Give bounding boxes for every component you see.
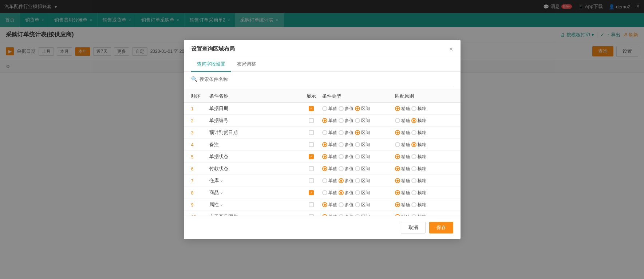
type-radio-区间[interactable]: 区间 <box>355 142 370 148</box>
show-checkbox[interactable] <box>309 130 314 135</box>
radio-label: 区间 <box>361 166 370 172</box>
type-radio-区间[interactable]: 区间 <box>355 202 370 208</box>
show-checkbox[interactable] <box>309 190 314 195</box>
type-radio-单值[interactable]: 单值 <box>322 142 337 148</box>
type-radio-单值[interactable]: 单值 <box>322 178 337 184</box>
modal-footer: 取消 保存 <box>184 216 461 239</box>
modal-header: 设置查询区域布局 × <box>184 40 461 57</box>
type-radio-区间[interactable]: 区间 <box>355 178 370 184</box>
match-radio-精确[interactable]: 精确 <box>395 106 410 112</box>
type-radio-单值[interactable]: 单值 <box>322 118 337 124</box>
show-checkbox[interactable] <box>309 154 314 159</box>
radio-label: 单值 <box>328 178 337 184</box>
radio-circle <box>355 202 360 207</box>
cell-name: 单据日期 <box>209 105 300 112</box>
match-radio-精确[interactable]: 精确 <box>395 154 410 160</box>
cell-type: 单值多值区间 <box>322 190 395 196</box>
cell-match: 精确模糊 <box>395 178 453 184</box>
match-radio-精确[interactable]: 精确 <box>395 166 410 172</box>
cancel-btn[interactable]: 取消 <box>401 222 426 233</box>
type-radio-区间[interactable]: 区间 <box>355 130 370 136</box>
type-radio-区间[interactable]: 区间 <box>355 118 370 124</box>
save-btn[interactable]: 保存 <box>429 222 453 233</box>
type-radio-单值[interactable]: 单值 <box>322 130 337 136</box>
match-radio-精确[interactable]: 精确 <box>395 190 410 196</box>
show-checkbox[interactable] <box>309 142 314 147</box>
radio-circle <box>411 178 416 183</box>
show-checkbox[interactable] <box>309 118 314 123</box>
cell-show-checkbox[interactable] <box>300 154 322 159</box>
modal-title: 设置查询区域布局 <box>191 46 235 52</box>
match-radio-精确[interactable]: 精确 <box>395 142 410 148</box>
type-radio-区间[interactable]: 区间 <box>355 190 370 196</box>
radio-circle <box>411 154 416 159</box>
chevron-down-icon[interactable]: ∨ <box>220 179 223 183</box>
match-radio-模糊[interactable]: 模糊 <box>411 202 426 208</box>
show-checkbox[interactable] <box>309 202 314 207</box>
cell-show-checkbox[interactable] <box>300 190 322 195</box>
table-row: 7仓库 ∨单值多值区间精确模糊 <box>184 175 461 187</box>
type-radio-区间[interactable]: 区间 <box>355 154 370 160</box>
match-radio-模糊[interactable]: 模糊 <box>411 142 426 148</box>
chevron-down-icon[interactable]: ∨ <box>220 203 223 207</box>
radio-label: 精确 <box>401 178 410 184</box>
match-radio-精确[interactable]: 精确 <box>395 178 410 184</box>
modal-close-btn[interactable]: × <box>449 46 453 52</box>
tab-query-fields[interactable]: 查询字段设置 <box>191 57 231 72</box>
radio-circle <box>395 154 400 159</box>
radio-circle <box>411 142 416 147</box>
cell-show-checkbox[interactable] <box>300 130 322 135</box>
type-radio-多值[interactable]: 多值 <box>339 142 353 148</box>
cell-show-checkbox[interactable] <box>300 178 322 183</box>
type-radio-区间[interactable]: 区间 <box>355 166 370 172</box>
match-radio-模糊[interactable]: 模糊 <box>411 190 426 196</box>
cell-show-checkbox[interactable] <box>300 166 322 171</box>
type-radio-多值[interactable]: 多值 <box>339 154 353 160</box>
cell-show-checkbox[interactable] <box>300 106 322 111</box>
cell-show-checkbox[interactable] <box>300 118 322 123</box>
match-radio-模糊[interactable]: 模糊 <box>411 118 426 124</box>
type-radio-多值[interactable]: 多值 <box>339 118 353 124</box>
tab-layout-adjust[interactable]: 布局调整 <box>231 57 262 72</box>
modal-overlay[interactable]: 设置查询区域布局 × 查询字段设置 布局调整 🔍 顺序 条件名称 显示 条件类型… <box>0 0 644 279</box>
radio-label: 模糊 <box>418 166 426 172</box>
type-radio-多值[interactable]: 多值 <box>339 202 353 208</box>
match-radio-模糊[interactable]: 模糊 <box>411 178 426 184</box>
match-radio-模糊[interactable]: 模糊 <box>411 130 426 136</box>
radio-circle <box>322 202 327 207</box>
type-radio-多值[interactable]: 多值 <box>339 130 353 136</box>
show-checkbox[interactable] <box>309 166 314 171</box>
chevron-down-icon[interactable]: ∨ <box>220 191 223 195</box>
cell-show-checkbox[interactable] <box>300 202 322 207</box>
radio-circle <box>339 154 344 159</box>
modal-table-body: 1单据日期单值多值区间精确模糊2单据编号单值多值区间精确模糊3预计到货日期单值多… <box>184 103 461 216</box>
cell-show-checkbox[interactable] <box>300 142 322 147</box>
radio-label: 单值 <box>328 118 337 124</box>
type-radio-多值[interactable]: 多值 <box>339 166 353 172</box>
match-radio-模糊[interactable]: 模糊 <box>411 106 426 112</box>
type-radio-单值[interactable]: 单值 <box>322 202 337 208</box>
show-checkbox[interactable] <box>309 106 314 111</box>
radio-label: 精确 <box>401 154 410 160</box>
match-radio-模糊[interactable]: 模糊 <box>411 166 426 172</box>
radio-circle <box>395 202 400 207</box>
match-radio-精确[interactable]: 精确 <box>395 130 410 136</box>
show-checkbox[interactable] <box>309 178 314 183</box>
radio-label: 精确 <box>401 142 410 148</box>
type-radio-单值[interactable]: 单值 <box>322 106 337 112</box>
type-radio-单值[interactable]: 单值 <box>322 166 337 172</box>
match-radio-精确[interactable]: 精确 <box>395 202 410 208</box>
type-radio-单值[interactable]: 单值 <box>322 190 337 196</box>
search-input[interactable] <box>199 76 453 82</box>
radio-label: 区间 <box>361 130 370 136</box>
radio-label: 单值 <box>328 142 337 148</box>
type-radio-区间[interactable]: 区间 <box>355 106 370 112</box>
type-radio-多值[interactable]: 多值 <box>339 106 353 112</box>
match-radio-精确[interactable]: 精确 <box>395 118 410 124</box>
type-radio-多值[interactable]: 多值 <box>339 178 353 184</box>
type-radio-单值[interactable]: 单值 <box>322 154 337 160</box>
match-radio-模糊[interactable]: 模糊 <box>411 154 426 160</box>
radio-label: 区间 <box>361 202 370 208</box>
type-radio-多值[interactable]: 多值 <box>339 190 353 196</box>
radio-circle <box>339 142 344 147</box>
